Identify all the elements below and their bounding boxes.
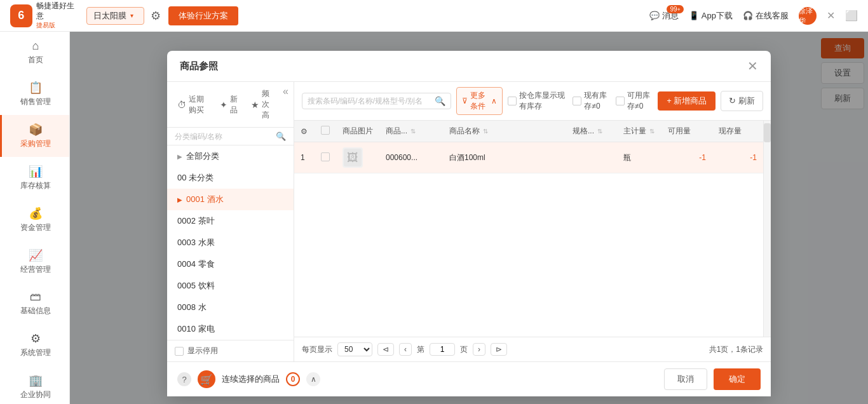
- stock-ne0-checkbox[interactable]: [573, 97, 581, 105]
- mobile-icon: 📱: [689, 11, 699, 20]
- logo-text: 畅捷通好生意: [36, 1, 80, 21]
- collapse-panel-btn[interactable]: «: [283, 86, 288, 123]
- modal-footer: ? 🛒 连续选择的商品 0 ∧ 取消 确定: [167, 361, 771, 396]
- table-row[interactable]: 1 🖼: [294, 142, 763, 173]
- sidebar-item-purchase[interactable]: 📦 采购管理: [0, 115, 69, 157]
- filter-warehouse-check[interactable]: 按仓库显示现有库存: [508, 90, 566, 112]
- headset-icon: 🎧: [743, 11, 753, 20]
- sidebar-label-system: 系统管理: [20, 347, 51, 358]
- select-all-checkbox[interactable]: [321, 126, 330, 135]
- cat-item-c0003[interactable]: 0003 水果: [167, 232, 294, 253]
- nav-right: 💬 消息 99+ 📱 App下载 🎧 在线客服 徐泽华 ✕ ⬜: [649, 7, 858, 25]
- filter-avail-ne0-check[interactable]: 可用库存≠0: [616, 90, 653, 112]
- th-stock: 现存量: [712, 121, 763, 142]
- category-search-input[interactable]: [175, 132, 276, 141]
- finance-icon: 💰: [29, 206, 43, 220]
- product-table-wrap[interactable]: ⚙ 商品图片 商品...: [294, 121, 763, 337]
- warehouse-checkbox[interactable]: [508, 97, 517, 105]
- th-unit[interactable]: 主计量 ⇅: [617, 121, 661, 142]
- th-image: 商品图片: [336, 121, 379, 142]
- cat-item-c0010[interactable]: 0010 家电: [167, 318, 294, 340]
- filter-stock-ne0-check[interactable]: 现有库存≠0: [573, 90, 609, 112]
- cat-item-c0004[interactable]: 0004 零食: [167, 253, 294, 275]
- sidebar-item-system[interactable]: ⚙ 系统管理: [0, 324, 69, 366]
- next-page-btn[interactable]: ›: [473, 343, 485, 356]
- sidebar-label-enterprise: 企业协同: [20, 389, 51, 400]
- user-avatar-item[interactable]: 徐泽华: [799, 7, 817, 25]
- first-page-btn[interactable]: ⊲: [377, 343, 394, 356]
- sidebar-item-operation[interactable]: 📈 经营管理: [0, 241, 69, 283]
- cat-item-c0001[interactable]: ▶ 0001 酒水: [167, 189, 294, 210]
- product-search-icon[interactable]: 🔍: [435, 96, 445, 106]
- sidebar-item-finance[interactable]: 💰 资金管理: [0, 199, 69, 241]
- table-area: ⚙ 商品图片 商品...: [294, 121, 771, 337]
- window-expand-btn[interactable]: ⬜: [845, 10, 858, 22]
- cat-tab-recent-label: 近期购买: [189, 94, 207, 116]
- cart-button[interactable]: 🛒: [198, 370, 215, 388]
- modal-header: 商品参照 ✕: [167, 51, 771, 82]
- sidebar-item-enterprise[interactable]: 🏢 企业协同: [0, 366, 69, 404]
- sidebar-label-operation: 经营管理: [20, 264, 51, 275]
- th-settings[interactable]: ⚙: [294, 121, 315, 142]
- sidebar-item-basic[interactable]: 🗃 基础信息: [0, 283, 69, 324]
- expand-icon: ⬜: [845, 10, 858, 22]
- logo-icon: 6: [10, 4, 32, 27]
- current-page-input[interactable]: [430, 343, 455, 356]
- logo-area: 6 畅捷通好生意 捷易版: [10, 1, 80, 30]
- online-service-nav-item[interactable]: 🎧 在线客服: [743, 10, 789, 22]
- basic-icon: 🗃: [30, 290, 41, 304]
- th-name[interactable]: 商品名称 ⇅: [443, 121, 566, 142]
- filter-label: 更多条件: [470, 90, 489, 112]
- cat-item-c0008[interactable]: 0008 水: [167, 297, 294, 318]
- prev-page-btn[interactable]: ‹: [399, 343, 412, 356]
- window-close-btn[interactable]: ✕: [827, 10, 835, 22]
- th-code[interactable]: 商品... ⇅: [379, 121, 443, 142]
- refresh-button[interactable]: ↻ 刷新: [721, 91, 763, 111]
- settings-icon[interactable]: ⚙: [151, 9, 161, 23]
- sidebar-item-inventory[interactable]: 📊 库存核算: [0, 157, 69, 199]
- category-panel: ⏱ 近期购买 ✦ 新品 ★ 频次高 «: [167, 82, 294, 361]
- cat-item-c0005[interactable]: 0005 饮料: [167, 275, 294, 297]
- category-search-row: 🔍: [167, 128, 294, 145]
- cat-item-c00[interactable]: 00 未分类: [167, 167, 294, 189]
- cat-item-c0002[interactable]: 0002 茶叶: [167, 210, 294, 232]
- add-product-button[interactable]: + 新增商品: [658, 91, 715, 111]
- cat-tab-recent[interactable]: ⏱ 近期购买: [172, 86, 212, 123]
- messages-nav-item[interactable]: 💬 消息 99+: [649, 10, 679, 22]
- cat-tab-new[interactable]: ✦ 新品: [215, 86, 243, 123]
- filter-more-btn[interactable]: ⊽ 更多条件 ∧: [456, 87, 503, 115]
- cancel-button[interactable]: 取消: [664, 368, 707, 390]
- app-download-nav-item[interactable]: 📱 App下载: [689, 10, 733, 22]
- cat-tab-frequent[interactable]: ★ 频次高: [246, 86, 280, 123]
- category-search-icon[interactable]: 🔍: [276, 131, 286, 141]
- table-scrollbar[interactable]: [763, 121, 771, 337]
- cart-count: 0: [286, 372, 300, 386]
- store-selector[interactable]: 日太阳膜 ▾: [86, 7, 144, 25]
- row-unit: 瓶: [617, 142, 661, 173]
- collapse-footer-btn[interactable]: ∧: [306, 372, 320, 386]
- help-icon[interactable]: ?: [177, 372, 191, 386]
- th-checkbox[interactable]: [315, 121, 336, 142]
- last-page-btn[interactable]: ⊳: [491, 343, 507, 356]
- category-quick-tabs: ⏱ 近期购买 ✦ 新品 ★ 频次高 «: [167, 82, 294, 128]
- row-checkbox-cell[interactable]: [315, 142, 336, 173]
- product-search-input[interactable]: [308, 97, 435, 105]
- show-disabled-row[interactable]: 显示停用: [175, 346, 286, 356]
- category-panel-footer: 显示停用: [167, 340, 294, 361]
- page-size-select[interactable]: 50 100 200: [337, 342, 372, 356]
- sidebar-item-sales[interactable]: 📋 销售管理: [0, 73, 69, 115]
- cat-item-all[interactable]: ▶ 全部分类: [167, 145, 294, 167]
- sidebar-label-inventory: 库存核算: [20, 180, 51, 191]
- show-disabled-checkbox[interactable]: [175, 347, 184, 356]
- confirm-button[interactable]: 确定: [714, 368, 761, 390]
- sidebar-label-basic: 基础信息: [20, 306, 51, 316]
- row-checkbox[interactable]: [321, 152, 330, 161]
- avail-ne0-checkbox[interactable]: [616, 97, 625, 105]
- trial-button[interactable]: 体验行业方案: [168, 6, 238, 25]
- modal-close-button[interactable]: ✕: [747, 60, 758, 72]
- th-spec[interactable]: 规格... ⇅: [566, 121, 617, 142]
- top-nav: 6 畅捷通好生意 捷易版 日太阳膜 ▾ ⚙ 体验行业方案 💬 消息 99+ 📱 …: [0, 0, 868, 32]
- sort-arrows-name: ⇅: [483, 128, 488, 135]
- sidebar-item-home[interactable]: ⌂ 首页: [0, 32, 69, 73]
- thumbnail-placeholder: 🖼: [344, 149, 362, 166]
